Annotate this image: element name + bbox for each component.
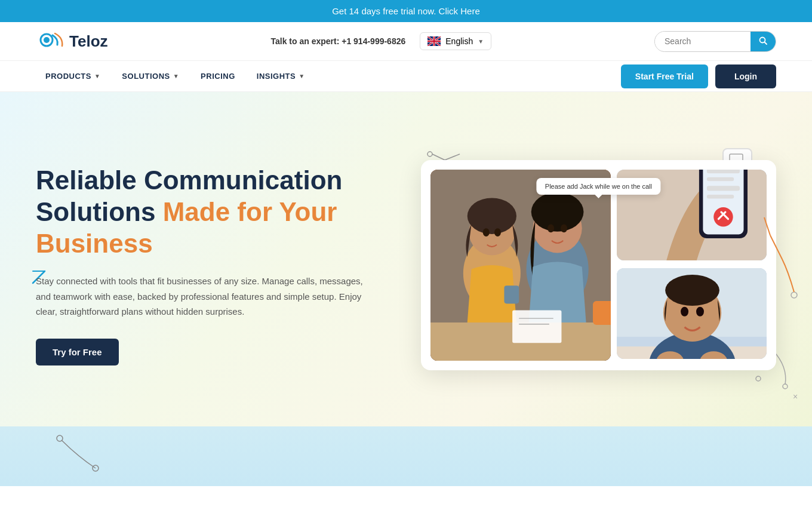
hero-title: Reliable CommunicationSolutions Made for… xyxy=(36,165,397,259)
svg-point-50 xyxy=(791,292,797,298)
nav-item-products[interactable]: PRODUCTS ▼ xyxy=(36,61,110,91)
svg-rect-27 xyxy=(512,310,561,343)
try-for-free-button[interactable]: Try for Free xyxy=(36,339,119,365)
svg-point-20 xyxy=(494,228,501,236)
header-right xyxy=(654,31,776,52)
call-bubble: Please add Jack while we on the call xyxy=(537,178,660,195)
nav-left: PRODUCTS ▼ SOLUTIONS ▼ PRICING INSIGHTS … xyxy=(36,61,315,91)
nav-solutions-label: SOLUTIONS xyxy=(122,72,170,81)
svg-point-46 xyxy=(681,307,688,317)
expert-contact: Talk to an expert: +1 914-999-6826 xyxy=(270,36,405,46)
nav-pricing-label: PRICING xyxy=(201,72,235,81)
women-photo xyxy=(430,170,611,361)
hero-image-card: Please add Jack while we on the call xyxy=(421,160,776,370)
chevron-down-icon: ▼ xyxy=(299,73,304,79)
svg-rect-34 xyxy=(706,177,733,181)
search-container xyxy=(654,31,776,52)
flag-uk-icon xyxy=(427,36,441,46)
svg-point-8 xyxy=(427,152,432,156)
nav-right: Start Free Trial Login xyxy=(621,64,776,88)
svg-line-9 xyxy=(432,154,445,160)
search-button[interactable] xyxy=(751,32,776,51)
decoration-lines-icon xyxy=(758,205,800,325)
language-selector[interactable]: English ▼ xyxy=(420,32,491,50)
expert-phone[interactable]: +1 914-999-6826 xyxy=(342,36,405,46)
svg-rect-21 xyxy=(504,285,519,303)
svg-rect-36 xyxy=(706,195,733,198)
hero-images-grid xyxy=(430,170,767,361)
teloz-logo-icon xyxy=(36,30,64,52)
header-center: Talk to an expert: +1 914-999-6826 Engli… xyxy=(270,32,491,50)
main-nav: PRODUCTS ▼ SOLUTIONS ▼ PRICING INSIGHTS … xyxy=(0,61,812,92)
hero-section: Reliable CommunicationSolutions Made for… xyxy=(0,92,812,426)
nav-item-solutions[interactable]: SOLUTIONS ▼ xyxy=(112,61,189,91)
svg-point-52 xyxy=(783,384,788,389)
expert-label: Talk to an expert: xyxy=(270,36,339,46)
svg-point-18 xyxy=(467,198,516,234)
hero-visual: Please add Jack while we on the call xyxy=(421,160,776,370)
logo[interactable]: Teloz xyxy=(36,30,108,52)
nav-insights-label: INSIGHTS xyxy=(257,72,296,81)
svg-point-26 xyxy=(561,224,567,232)
svg-text:×: × xyxy=(793,392,798,401)
svg-point-37 xyxy=(713,207,733,226)
promo-banner[interactable]: Get 14 days free trial now. Click Here xyxy=(0,0,812,22)
nav-item-insights[interactable]: INSIGHTS ▼ xyxy=(247,61,315,91)
bottom-preview-section xyxy=(0,426,812,486)
orange-accent-square xyxy=(593,301,611,325)
hero-content: Reliable CommunicationSolutions Made for… xyxy=(36,165,421,365)
svg-point-1 xyxy=(44,37,50,43)
svg-point-25 xyxy=(548,224,554,232)
svg-line-10 xyxy=(445,154,460,160)
svg-point-19 xyxy=(483,228,490,236)
search-input[interactable] xyxy=(655,32,751,51)
man-desk-image xyxy=(617,268,767,359)
site-header: Teloz Talk to an expert: +1 914-999-6826… xyxy=(0,22,812,61)
nav-products-label: PRODUCTS xyxy=(45,72,91,81)
bottom-deco-path-icon xyxy=(48,432,107,480)
start-trial-button[interactable]: Start Free Trial xyxy=(621,64,708,88)
chevron-down-icon: ▼ xyxy=(173,73,179,79)
women-talking-image xyxy=(430,170,611,361)
language-chevron-icon: ▼ xyxy=(478,38,484,45)
svg-rect-33 xyxy=(706,170,739,173)
nav-item-pricing[interactable]: PRICING xyxy=(191,61,245,91)
login-button[interactable]: Login xyxy=(715,64,776,88)
banner-text: Get 14 days free trial now. Click Here xyxy=(332,6,480,16)
svg-point-54 xyxy=(756,376,761,381)
svg-line-4 xyxy=(765,42,767,44)
svg-rect-35 xyxy=(706,186,739,191)
search-icon xyxy=(759,36,767,45)
logo-text: Teloz xyxy=(69,32,108,51)
svg-point-47 xyxy=(696,307,704,317)
language-label: English xyxy=(445,36,473,46)
hero-description: Stay connected with tools that fit busin… xyxy=(36,274,370,320)
svg-point-45 xyxy=(665,275,719,306)
svg-point-24 xyxy=(531,192,583,232)
chevron-down-icon: ▼ xyxy=(94,73,100,79)
